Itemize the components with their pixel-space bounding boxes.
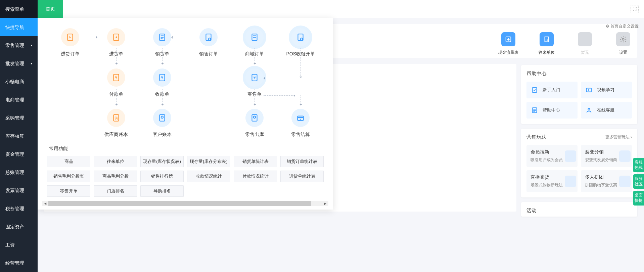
tab-bar: 首页 ⛶ xyxy=(38,0,644,18)
flow-node-retail-settle[interactable]: ¥ 零售结算 xyxy=(278,109,324,138)
marketing-item[interactable]: 直播卖货场景式购物新玩法 xyxy=(526,170,578,192)
common-fn-button[interactable]: 付款情况统计 xyxy=(234,171,277,182)
invoice-icon xyxy=(153,28,171,46)
purchase-icon xyxy=(107,28,125,46)
sidebar-item-wholesale[interactable]: 批发管理▾ xyxy=(0,54,38,73)
sidebar-item-purchase[interactable]: 采购管理 xyxy=(0,109,38,127)
flow-node-sales-order[interactable]: 销售订单 xyxy=(185,28,231,57)
common-fn-button[interactable]: 进货单统计表 xyxy=(280,171,324,182)
common-fn-button[interactable]: 销货单统计表 xyxy=(234,156,277,167)
homepage-customize-link[interactable]: ⚙ 首页自定义设置 xyxy=(606,24,639,29)
sidebar-item-tax[interactable]: 税务管理 xyxy=(0,199,38,218)
help-center-card: 帮助中心 新手入门视频学习帮助中心在线客服 xyxy=(521,65,637,124)
sidebar-item-quicknav[interactable]: 快捷导航 xyxy=(0,18,38,36)
sidebar-item-ledger[interactable]: 总账管理 xyxy=(0,163,38,181)
shortcut-empty[interactable]: 暂无 xyxy=(574,32,596,55)
flow-arrow xyxy=(171,37,189,37)
flow-arrow xyxy=(301,48,301,78)
flow-arrow xyxy=(301,95,301,105)
common-fn-button[interactable]: 零售开单 xyxy=(47,185,90,197)
common-fn-button[interactable]: 商品毛利分析 xyxy=(94,171,137,182)
marketing-card: 营销玩法 更多营销玩法 › 会员拉新吸引用户成为会员裂变分销裂变式发展分销商直播… xyxy=(521,129,637,197)
scroll-left-button[interactable]: ◄ xyxy=(42,201,48,206)
gear-icon: ⚙ xyxy=(606,24,609,29)
receive-icon: ¥ xyxy=(153,69,171,87)
common-fn-button[interactable]: 现存量(库存分布表) xyxy=(187,156,230,167)
horizontal-scrollbar[interactable]: ◄ ► xyxy=(42,201,328,206)
sidebar-item-salary[interactable]: 工资 xyxy=(0,236,38,254)
top-shortcuts-visible: 现金流量表 往来单位 暂无 设置 xyxy=(498,32,634,55)
cash-icon xyxy=(501,32,515,46)
sidebar-item-operation[interactable]: 经营管理 xyxy=(0,254,38,272)
card-title: 营销玩法 xyxy=(526,134,547,140)
common-fn-button[interactable]: 门店排名 xyxy=(94,185,137,197)
sidebar-item-search[interactable]: 搜索菜单 xyxy=(0,0,38,18)
svg-text:¥: ¥ xyxy=(300,118,302,121)
common-fn-button[interactable]: 收款情况统计 xyxy=(187,171,230,182)
decoration-icon xyxy=(565,150,576,162)
decoration-icon xyxy=(565,176,576,187)
float-tag-community[interactable]: 服务社区 xyxy=(633,174,644,189)
float-tag-hotline[interactable]: 客服热线 xyxy=(633,158,644,172)
sidebar-item-ecommerce[interactable]: 电商管理 xyxy=(0,91,38,109)
help-item[interactable]: 新手入门 xyxy=(526,82,578,98)
decoration-icon xyxy=(619,150,631,162)
common-fn-button[interactable]: 往来单位 xyxy=(94,156,137,167)
shortcut-cashflow[interactable]: 现金流量表 xyxy=(498,32,519,55)
help-item[interactable]: 在线客服 xyxy=(581,102,632,119)
common-fn-button[interactable]: 销售排行榜 xyxy=(140,171,184,182)
more-marketing-link[interactable]: 更多营销玩法 › xyxy=(605,134,632,140)
common-functions-title: 常用功能 xyxy=(49,146,324,152)
svg-text:¥: ¥ xyxy=(253,75,256,80)
shortcut-settings[interactable]: 设置 xyxy=(612,32,634,55)
marketing-item[interactable]: 会员拉新吸引用户成为会员 xyxy=(526,145,578,167)
flow-arrow xyxy=(255,89,255,105)
marketing-item[interactable]: 裂变分销裂变式发展分销商 xyxy=(581,145,632,167)
common-fn-button[interactable]: 商品 xyxy=(47,156,90,167)
marketing-item[interactable]: 多人拼团拼团购物享受优惠 xyxy=(581,170,632,192)
flow-node-retail-out[interactable]: 零售出库 xyxy=(231,109,277,138)
sidebar-item-invoice[interactable]: 发票管理 xyxy=(0,181,38,199)
flow-arrow xyxy=(79,37,97,37)
support-icon xyxy=(585,106,593,114)
shortcut-contacts[interactable]: 往来单位 xyxy=(536,32,557,55)
floating-helper-tags: 客服热线 服务社区 桌面快捷 xyxy=(633,158,644,206)
svg-text:供: 供 xyxy=(114,116,118,120)
sidebar-item-xiaochang[interactable]: 小畅电商 xyxy=(0,73,38,91)
flow-node-customer-ledger[interactable]: 客户账本 xyxy=(139,109,185,138)
common-fn-button[interactable]: 导购排名 xyxy=(140,185,184,197)
help-item[interactable]: 视频学习 xyxy=(581,82,632,98)
sidebar-item-assets[interactable]: 固定资产 xyxy=(0,218,38,236)
pos-icon xyxy=(291,28,310,46)
float-tag-desktop[interactable]: 桌面快捷 xyxy=(633,191,644,205)
flow-node-purchase-order[interactable]: 进货订单 xyxy=(47,28,93,57)
retail-out-icon xyxy=(245,109,264,127)
help-item[interactable]: 帮助中心 xyxy=(526,102,578,119)
flow-arrow xyxy=(255,48,255,64)
scroll-right-button[interactable]: ► xyxy=(322,201,328,206)
mall-order-icon xyxy=(245,28,264,46)
flow-node-supplier-ledger[interactable]: 供 供应商账本 xyxy=(93,109,139,138)
sidebar-item-retail[interactable]: 零售管理▾ xyxy=(0,36,38,54)
help-item-label: 视频学习 xyxy=(597,87,614,93)
retail-icon: ¥ xyxy=(245,69,264,87)
pay-icon: ¥ xyxy=(107,69,125,87)
customer-ledger-icon xyxy=(153,109,171,127)
sales-order-icon xyxy=(199,28,218,46)
scrollbar-track[interactable] xyxy=(48,201,322,206)
guide-icon xyxy=(531,86,539,94)
right-column: 帮助中心 新手入门视频学习帮助中心在线客服 营销玩法 更多营销玩法 › 会员拉新… xyxy=(521,65,637,217)
common-fn-button[interactable]: 销货订单统计表 xyxy=(280,156,324,167)
scrollbar-thumb[interactable] xyxy=(48,201,311,206)
sidebar-item-funds[interactable]: 资金管理 xyxy=(0,145,38,163)
common-fn-button[interactable]: 销售毛利分析表 xyxy=(47,171,90,182)
sidebar-item-inventory[interactable]: 库存核算 xyxy=(0,127,38,145)
fullscreen-button[interactable]: ⛶ xyxy=(631,5,639,13)
flow-arrow xyxy=(264,95,295,96)
flow-arrow xyxy=(162,48,163,64)
svg-point-22 xyxy=(254,116,256,119)
decoration-icon xyxy=(619,176,631,187)
tab-home[interactable]: 首页 xyxy=(38,0,63,18)
common-fn-button[interactable]: 现存量(库存状况表) xyxy=(140,156,184,167)
svg-point-28 xyxy=(588,108,590,110)
